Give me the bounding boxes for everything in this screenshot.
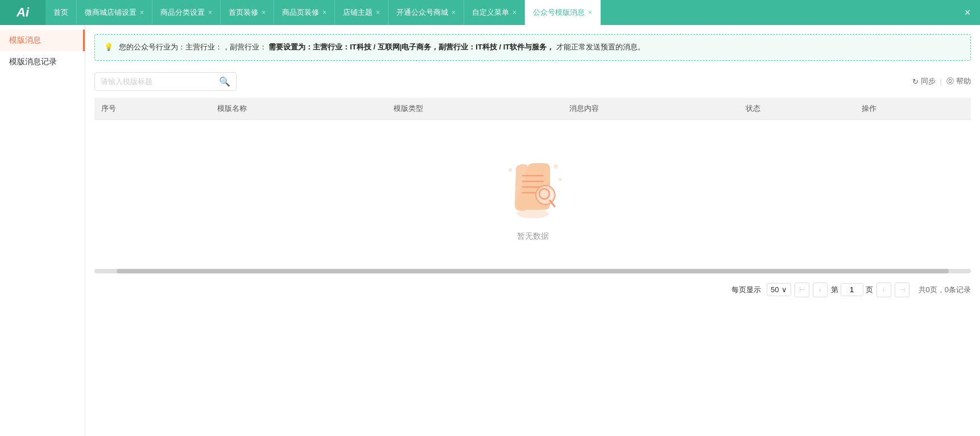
notice-highlight: 需要设置为：主营行业：IT科技 / 互联网|电子商务，副营行业：IT科技 / I… [268, 43, 554, 51]
page-label-suffix: 页 [866, 285, 873, 295]
col-header-type: 模版类型 [387, 98, 563, 120]
nav-tab-category[interactable]: 商品分类设置 × [152, 0, 221, 25]
table-header-row: 序号模版名称模版类型消息内容状态操作 [94, 98, 971, 120]
nav-tab-micro-store[interactable]: 微商城店铺设置 × [77, 0, 152, 25]
page-size-value: 50 [771, 285, 779, 294]
help-button[interactable]: ⓪ 帮助 [946, 76, 971, 86]
nav-tab-home[interactable]: 首页 [46, 0, 77, 25]
data-table: 序号模版名称模版类型消息内容状态操作 [94, 98, 971, 120]
page-number-input[interactable] [841, 283, 863, 296]
search-input-wrap: 🔍 [94, 72, 237, 91]
search-bar: 🔍 ↻ 同步 | ⓪ 帮助 [94, 72, 971, 91]
notice-suffix: 才能正常发送预置的消息。 [556, 43, 645, 51]
main-layout: 模版消息模版消息记录 💡 您的公众号行业为：主营行业：，副营行业： 需要设置为：… [0, 25, 980, 436]
last-page-button[interactable]: ⊣ [895, 283, 909, 297]
col-header-status: 状态 [739, 98, 855, 120]
sidebar-item-template-message[interactable]: 模版消息 [0, 30, 85, 51]
pagination: 每页显示 50 ∨ ⊢ ‹ 第 页 › ⊣ 共0页，0条记录 [94, 278, 971, 302]
toolbar-right: ↻ 同步 | ⓪ 帮助 [912, 76, 971, 86]
page-size-select[interactable]: 50 ∨ [767, 283, 791, 296]
nav-tab-close-home-decor[interactable]: × [262, 9, 266, 16]
col-header-name: 模版名称 [210, 98, 387, 120]
notice-box: 💡 您的公众号行业为：主营行业：，副营行业： 需要设置为：主营行业：IT科技 /… [94, 34, 971, 61]
content-area: 💡 您的公众号行业为：主营行业：，副营行业： 需要设置为：主营行业：IT科技 /… [85, 25, 980, 436]
nav-tab-close-micro-store[interactable]: × [140, 9, 144, 16]
col-header-content: 消息内容 [563, 98, 739, 120]
nav-tab-template-msg[interactable]: 公众号模版消息 × [525, 0, 601, 25]
page-size-chevron: ∨ [781, 285, 787, 294]
page-current-wrap: 第 页 [831, 283, 873, 296]
sync-label: 同步 [921, 76, 936, 86]
nav-tabs: 首页微商城店铺设置 ×商品分类设置 ×首页装修 ×商品页装修 ×店铺主题 ×开通… [46, 0, 955, 25]
sidebar-item-template-record[interactable]: 模版消息记录 [0, 51, 85, 73]
scrollbar-thumb[interactable] [117, 269, 949, 273]
top-nav: Ai 首页微商城店铺设置 ×商品分类设置 ×首页装修 ×商品页装修 ×店铺主题 … [0, 0, 980, 25]
global-close-button[interactable]: × [955, 0, 980, 25]
notice-prefix: 您的公众号行业为：主营行业：，副营行业： [119, 43, 267, 51]
page-size-label: 每页显示 [731, 285, 761, 295]
page-label-prefix: 第 [831, 285, 838, 295]
sync-icon: ↻ [912, 77, 919, 86]
nav-tab-close-product-decor[interactable]: × [322, 9, 326, 16]
help-label: 帮助 [956, 76, 971, 86]
prev-page-button[interactable]: ‹ [813, 283, 828, 297]
table-header: 序号模版名称模版类型消息内容状态操作 [94, 98, 971, 120]
nav-tab-product-decor[interactable]: 商品页装修 × [274, 0, 335, 25]
nav-tab-close-open-mall[interactable]: × [452, 9, 456, 16]
search-button[interactable]: 🔍 [213, 73, 236, 90]
nav-tab-close-custom-menu[interactable]: × [512, 9, 516, 16]
horizontal-scrollbar[interactable] [94, 269, 971, 273]
total-info: 共0页，0条记录 [919, 285, 971, 295]
svg-point-9 [508, 168, 512, 172]
help-icon: ⓪ [946, 76, 954, 86]
col-header-index: 序号 [94, 98, 210, 120]
notice-icon: 💡 [104, 43, 113, 51]
app-logo: Ai [0, 0, 46, 25]
sidebar: 模版消息模版消息记录 [0, 25, 85, 436]
nav-tab-close-category[interactable]: × [208, 9, 212, 16]
svg-point-11 [559, 178, 561, 181]
nav-tab-close-template-msg[interactable]: × [588, 9, 592, 16]
empty-state: 暂无数据 [94, 120, 971, 264]
empty-illustration [499, 154, 567, 222]
search-input[interactable] [95, 74, 213, 89]
nav-tab-home-decor[interactable]: 首页装修 × [221, 0, 274, 25]
toolbar-divider: | [940, 77, 942, 86]
nav-tab-store-theme[interactable]: 店铺主题 × [335, 0, 388, 25]
svg-point-10 [553, 164, 558, 169]
empty-text: 暂无数据 [517, 231, 549, 242]
next-page-button[interactable]: › [876, 283, 891, 297]
nav-tab-custom-menu[interactable]: 自定义菜单 × [464, 0, 525, 25]
first-page-button[interactable]: ⊢ [795, 283, 809, 297]
nav-tab-close-store-theme[interactable]: × [376, 9, 380, 16]
nav-tab-open-mall[interactable]: 开通公众号商城 × [388, 0, 464, 25]
sync-button[interactable]: ↻ 同步 [912, 76, 936, 86]
col-header-actions: 操作 [855, 98, 971, 120]
